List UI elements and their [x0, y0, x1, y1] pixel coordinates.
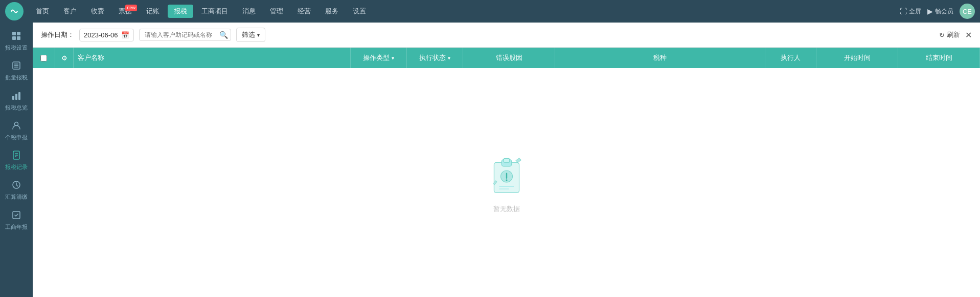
main-layout: 报税设置 批量报税 报税总览 — [0, 23, 980, 297]
tax-settings-icon — [11, 31, 21, 43]
data-table: ⚙ 客户名称 操作类型 ▾ 执行状态 ▾ 错误股因 税种 — [33, 48, 980, 297]
member-button[interactable]: ▶ 畅会员 — [927, 7, 953, 16]
tax-overview-icon — [11, 91, 21, 102]
fullscreen-icon: ⛶ — [900, 7, 907, 15]
nav-home[interactable]: 首页 — [30, 5, 55, 18]
sidebar-label-tax-records: 报税记录 — [5, 163, 28, 171]
new-badge: new — [125, 5, 137, 11]
search-icon[interactable]: 🔍 — [219, 31, 228, 39]
sidebar-label-tax-overview: 报税总览 — [5, 104, 28, 111]
sidebar-item-tax-records[interactable]: 报税记录 — [0, 146, 33, 175]
sidebar-label-batch-tax: 批量报税 — [5, 74, 28, 81]
svg-rect-3 — [12, 36, 16, 40]
th-executor: 执行人 — [765, 48, 816, 68]
app-logo[interactable] — [5, 2, 24, 20]
search-wrap: 🔍 — [139, 29, 231, 41]
sidebar-label-personal-tax: 个税申报 — [5, 134, 28, 141]
sidebar-item-tax-overview[interactable]: 报税总览 — [0, 87, 33, 115]
nav-items: 首页 客户 收费 票据 new 记账 报税 工商项目 消息 管理 经营 服务 设… — [30, 5, 900, 18]
table-body: 暂无数据 — [33, 68, 980, 297]
tax-records-icon — [11, 150, 21, 162]
svg-rect-9 — [12, 96, 14, 100]
sidebar-label-tax-settings: 报税设置 — [5, 44, 28, 51]
nav-message[interactable]: 消息 — [236, 5, 262, 18]
date-value: 2023-06-06 — [84, 31, 118, 39]
personal-tax-icon — [11, 120, 21, 132]
sidebar-item-personal-tax[interactable]: 个税申报 — [0, 116, 33, 145]
svg-rect-2 — [17, 32, 20, 35]
table-header: ⚙ 客户名称 操作类型 ▾ 执行状态 ▾ 错误股因 税种 — [33, 48, 980, 68]
th-tax-type: 税种 — [555, 48, 765, 68]
video-icon: ▶ — [927, 7, 933, 15]
refresh-button[interactable]: ↻ 刷新 — [939, 30, 960, 39]
sidebar-item-annual-report[interactable]: 工商年报 — [0, 206, 33, 235]
refresh-icon: ↻ — [939, 31, 945, 39]
nav-invoice[interactable]: 票据 new — [112, 5, 138, 18]
sidebar-label-annual-settlement: 汇算清缴 — [5, 193, 28, 200]
nav-service[interactable]: 服务 — [319, 5, 345, 18]
batch-tax-icon — [11, 60, 21, 72]
top-navigation: 首页 客户 收费 票据 new 记账 报税 工商项目 消息 管理 经营 服务 设… — [0, 0, 980, 23]
sidebar: 报税设置 批量报税 报税总览 — [0, 23, 33, 297]
fullscreen-button[interactable]: ⛶ 全屏 — [900, 7, 921, 16]
nav-right: ⛶ 全屏 ▶ 畅会员 CE — [900, 4, 975, 19]
sidebar-item-annual-settlement[interactable]: 汇算清缴 — [0, 176, 33, 204]
nav-tax[interactable]: 报税 — [168, 5, 193, 18]
svg-rect-10 — [15, 94, 17, 100]
close-button[interactable]: ✕ — [965, 30, 972, 40]
settings-icon: ⚙ — [61, 54, 67, 62]
th-customer-name: 客户名称 — [74, 48, 351, 68]
sidebar-label-annual-report: 工商年报 — [5, 223, 28, 230]
sidebar-item-tax-settings[interactable]: 报税设置 — [0, 27, 33, 55]
nav-client[interactable]: 客户 — [57, 5, 83, 18]
date-label: 操作日期： — [41, 30, 74, 39]
svg-rect-21 — [504, 158, 509, 162]
sort-icon-op-type: ▾ — [392, 55, 394, 61]
svg-rect-11 — [18, 92, 20, 100]
th-exec-status[interactable]: 执行状态 ▾ — [407, 48, 463, 68]
nav-bookkeeping[interactable]: 记账 — [140, 5, 166, 18]
annual-settlement-icon — [11, 180, 21, 192]
svg-point-24 — [506, 179, 507, 181]
avatar[interactable]: CE — [960, 4, 975, 19]
th-op-type[interactable]: 操作类型 ▾ — [351, 48, 407, 68]
svg-rect-4 — [17, 36, 20, 40]
annual-report-icon — [11, 210, 21, 222]
th-end-time: 结束时间 — [898, 48, 980, 68]
nav-operation[interactable]: 经营 — [291, 5, 317, 18]
empty-state: 暂无数据 — [484, 152, 530, 214]
svg-rect-1 — [12, 32, 16, 35]
search-input[interactable] — [139, 29, 231, 41]
th-checkbox[interactable] — [33, 48, 55, 68]
nav-business[interactable]: 工商项目 — [195, 5, 234, 18]
th-error-reason: 错误股因 — [463, 48, 555, 68]
calendar-icon: 📅 — [121, 31, 129, 39]
toolbar: 操作日期： 2023-06-06 📅 🔍 筛选 ▾ ↻ 刷新 ✕ — [33, 23, 980, 48]
th-settings[interactable]: ⚙ — [55, 48, 74, 68]
content-area: 操作日期： 2023-06-06 📅 🔍 筛选 ▾ ↻ 刷新 ✕ — [33, 23, 980, 297]
filter-label: 筛选 — [242, 30, 255, 39]
sort-icon-exec-status: ▾ — [448, 55, 450, 61]
empty-text: 暂无数据 — [493, 204, 520, 214]
nav-manage[interactable]: 管理 — [264, 5, 289, 18]
filter-button[interactable]: 筛选 ▾ — [236, 28, 265, 42]
date-picker[interactable]: 2023-06-06 📅 — [79, 29, 134, 41]
empty-illustration — [484, 152, 530, 198]
nav-fee[interactable]: 收费 — [85, 5, 110, 18]
select-all-checkbox[interactable] — [40, 55, 47, 61]
nav-settings[interactable]: 设置 — [347, 5, 372, 18]
sidebar-item-batch-tax[interactable]: 批量报税 — [0, 56, 33, 85]
chevron-down-icon: ▾ — [257, 32, 260, 38]
th-start-time: 开始时间 — [816, 48, 898, 68]
